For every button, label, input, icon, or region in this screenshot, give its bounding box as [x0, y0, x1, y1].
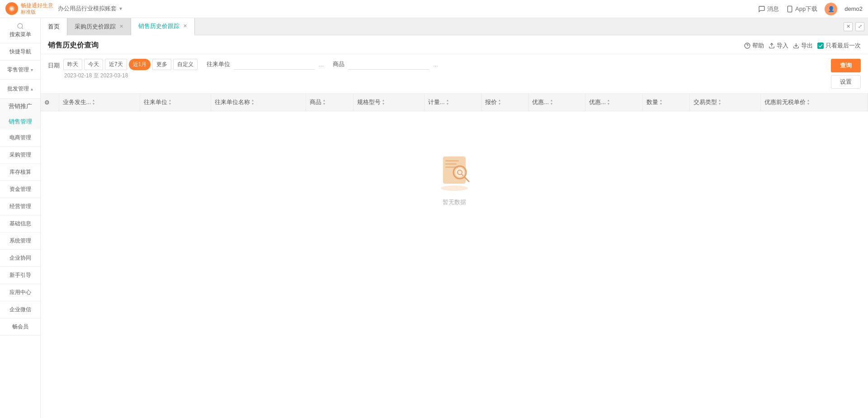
partner-filter-input[interactable] [234, 59, 315, 70]
import-button[interactable]: 导入 [769, 42, 788, 50]
table-header-row: ⚙ 业务发生... ▴▾ 往来单位 [41, 94, 868, 111]
sidebar-item-member-club[interactable]: 畅会员 [0, 318, 40, 336]
empty-illustration [432, 147, 477, 193]
export-button[interactable]: 导出 [793, 42, 813, 50]
only-last-checkbox-label[interactable]: 只看最后一次 [817, 42, 861, 50]
date-btn-more[interactable]: 更多 [152, 59, 171, 70]
sidebar-newbie-label: 新手引导 [9, 271, 31, 279]
sidebar-item-enterprise-wechat[interactable]: 企业微信 [0, 301, 40, 318]
page-title: 销售历史价查询 [48, 41, 99, 50]
date-filter-label: 日期 [48, 59, 60, 70]
sidebar-enterprise-label: 企业协同 [9, 254, 31, 262]
table-col-partner-id[interactable]: 往来单位 ▴▾ [140, 94, 211, 111]
table-col-pre-tax-price[interactable]: 优惠前无税单价 ▴▾ [761, 94, 868, 111]
sidebar-item-sales-mgmt[interactable]: 销售管理 [0, 114, 40, 129]
app-title-text: 办公用品行业模拟账套 [58, 5, 117, 13]
table-col-settings[interactable]: ⚙ [41, 94, 59, 111]
svg-point-4 [18, 24, 23, 28]
tab-sales-history[interactable]: 销售历史价跟踪 ✕ [131, 18, 195, 35]
table-col-quantity[interactable]: 数量 ▴▾ [642, 94, 689, 111]
sidebar-item-marketing-promo[interactable]: 营销推广 [0, 99, 40, 114]
svg-rect-13 [445, 163, 457, 165]
sidebar-quick-nav-label: 快捷导航 [9, 48, 31, 56]
sidebar-item-system-mgmt[interactable]: 系统管理 [0, 233, 40, 250]
tab-home[interactable]: 首页 [41, 18, 67, 35]
sort-arrows-quantity: ▴▾ [660, 99, 662, 106]
table-col-discount2[interactable]: 优惠... ▴▾ [585, 94, 642, 111]
sidebar-item-search-menu[interactable]: 搜索菜单 [0, 18, 40, 43]
partner-filter-label: 往来单位 [207, 60, 230, 68]
empty-text: 暂无数据 [443, 198, 466, 206]
table-col-spec[interactable]: 规格型号 ▴▾ [353, 94, 424, 111]
th-product-content: 商品 ▴▾ [310, 98, 349, 106]
sidebar-item-basic-info[interactable]: 基础信息 [0, 215, 40, 233]
product-filter-input[interactable] [348, 59, 429, 70]
table-col-trade-type[interactable]: 交易类型 ▴▾ [689, 94, 760, 111]
sort-arrows-spec: ▴▾ [382, 99, 384, 106]
sort-arrows-product: ▴▾ [323, 99, 325, 106]
tab-maximize-button[interactable]: ⤢ [855, 22, 864, 31]
tab-close-button[interactable]: ✕ [844, 22, 853, 31]
sidebar-item-wholesale-mgmt[interactable]: 批发管理 ▴ [0, 80, 40, 99]
th-partner-name-content: 往来单位名称 ▴▾ [215, 98, 302, 106]
table-col-discount1[interactable]: 优惠... ▴▾ [528, 94, 585, 111]
table-col-unit[interactable]: 计量... ▴▾ [424, 94, 481, 111]
tab-purchase-history[interactable]: 采购历史价跟踪 ✕ [67, 18, 131, 35]
sidebar-item-app-center[interactable]: 应用中心 [0, 284, 40, 301]
app-title-dropdown-icon[interactable]: ▾ [119, 5, 122, 12]
content-area: 首页 采购历史价跟踪 ✕ 销售历史价跟踪 ✕ ✕ ⤢ 销售历史价查询 [41, 18, 868, 418]
sort-arrows-trade-type: ▴▾ [719, 99, 721, 106]
product-filter-dots[interactable]: ... [433, 61, 438, 68]
date-btn-7days[interactable]: 近7天 [105, 59, 127, 70]
sidebar-item-retail-mgmt[interactable]: 零售管理 ▾ [0, 61, 40, 80]
top-bar-right: 消息 App下载 👤 demo2 [758, 3, 863, 15]
date-btn-yesterday[interactable]: 昨天 [63, 59, 82, 70]
table-col-quote[interactable]: 报价 ▴▾ [481, 94, 528, 111]
th-quantity-content: 数量 ▴▾ [646, 98, 686, 106]
sidebar-item-purchase-mgmt[interactable]: 采购管理 [0, 147, 40, 164]
logo-icon: 畅 [5, 2, 18, 15]
message-button[interactable]: 消息 [758, 5, 779, 13]
sidebar-item-newbie-guide[interactable]: 新手引导 [0, 267, 40, 284]
date-btn-custom[interactable]: 自定义 [173, 59, 198, 70]
app-download-label: App下载 [795, 5, 817, 13]
th-discount1-content: 优惠... ▴▾ [532, 98, 581, 106]
svg-rect-12 [445, 160, 459, 162]
sidebar-item-inventory-calc[interactable]: 库存核算 [0, 164, 40, 181]
user-avatar[interactable]: 👤 [825, 3, 837, 15]
tab-purchase-close-icon[interactable]: ✕ [119, 24, 123, 29]
table-container: ⚙ 业务发生... ▴▾ 往来单位 [41, 94, 868, 224]
sidebar-search-label: 搜索菜单 [9, 31, 31, 38]
logo-text-area: 畅捷通好生意 标准版 [21, 2, 53, 15]
sidebar-item-ecommerce-mgmt[interactable]: 电商管理 [0, 129, 40, 147]
empty-state: 暂无数据 [41, 111, 868, 224]
sidebar-item-operation-mgmt[interactable]: 经营管理 [0, 198, 40, 215]
help-button[interactable]: 帮助 [744, 42, 764, 50]
app-download-button[interactable]: App下载 [786, 5, 817, 13]
table-col-product[interactable]: 商品 ▴▾ [306, 94, 353, 111]
sidebar-retail-label: 零售管理 [7, 66, 29, 74]
sort-arrows-partner-name: ▴▾ [252, 99, 254, 106]
settings-button[interactable]: 设置 [831, 75, 861, 89]
partner-filter-dots[interactable]: ... [319, 61, 324, 68]
date-btn-1month[interactable]: 近1月 [129, 59, 151, 70]
date-btn-today[interactable]: 今天 [84, 59, 103, 70]
tab-sales-label: 销售历史价跟踪 [138, 22, 179, 30]
table-col-partner-name[interactable]: 往来单位名称 ▴▾ [211, 94, 306, 111]
page-header: 销售历史价查询 帮助 导入 导出 [41, 35, 868, 54]
query-button[interactable]: 查询 [831, 59, 861, 72]
only-last-checkbox-box [817, 43, 824, 49]
sidebar-item-quick-nav[interactable]: 快捷导航 [0, 43, 40, 61]
table-col-biz-date[interactable]: 业务发生... ▴▾ [59, 94, 140, 111]
main-layout: 搜索菜单 快捷导航 零售管理 ▾ 批发管理 ▴ 营销推广 销售管理 电商管理 采… [0, 18, 868, 418]
svg-line-5 [22, 28, 23, 29]
user-name[interactable]: demo2 [844, 5, 863, 12]
sidebar-item-finance-mgmt[interactable]: 资金管理 [0, 181, 40, 198]
sidebar: 搜索菜单 快捷导航 零售管理 ▾ 批发管理 ▴ 营销推广 销售管理 电商管理 采… [0, 18, 41, 418]
svg-rect-2 [788, 6, 792, 12]
sort-arrows-partner-id: ▴▾ [169, 99, 171, 106]
sidebar-item-enterprise-coop[interactable]: 企业协同 [0, 250, 40, 267]
app-title-area[interactable]: 办公用品行业模拟账套 ▾ [58, 5, 122, 13]
tab-sales-close-icon[interactable]: ✕ [183, 23, 187, 29]
sidebar-inventory-label: 库存核算 [9, 168, 31, 176]
